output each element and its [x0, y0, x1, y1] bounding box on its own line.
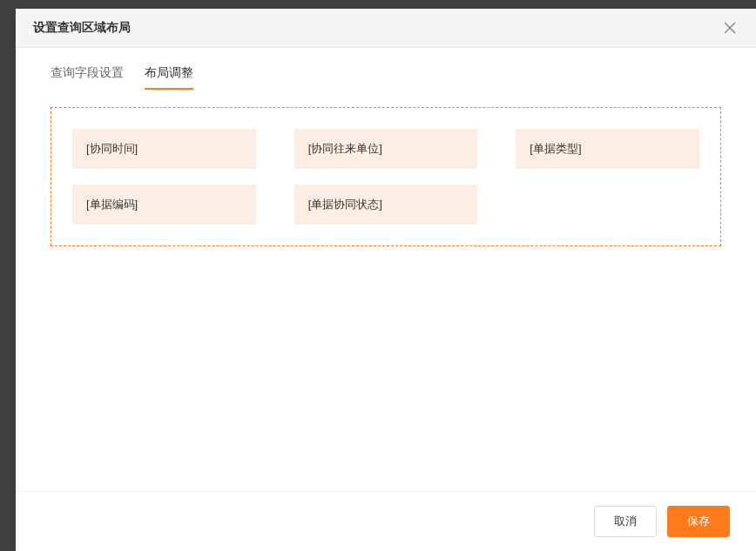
save-button[interactable]: 保存 [667, 506, 730, 537]
field-item[interactable]: [单据编码] [72, 185, 256, 225]
close-icon[interactable] [721, 19, 739, 37]
layout-drop-area[interactable]: [协同时间] [协同往来单位] [单据类型] [单据编码] [单据协同状态] [51, 107, 721, 246]
modal-dialog: 设置查询区域布局 查询字段设置 布局调整 [协同时间] [协同往来单位] [单据… [16, 9, 756, 551]
field-item[interactable]: [协同时间] [72, 129, 256, 169]
modal-body: 查询字段设置 布局调整 [协同时间] [协同往来单位] [单据类型] [单据编码… [16, 48, 756, 491]
field-item[interactable]: [单据协同状态] [294, 185, 478, 225]
field-item[interactable]: [协同往来单位] [294, 129, 478, 169]
tab-layout-adjust[interactable]: 布局调整 [145, 65, 193, 90]
modal-footer: 取消 保存 [16, 491, 756, 551]
layout-grid: [协同时间] [协同往来单位] [单据类型] [单据编码] [单据协同状态] [72, 129, 699, 225]
tabs: 查询字段设置 布局调整 [51, 65, 721, 90]
modal-title: 设置查询区域布局 [33, 20, 131, 36]
field-item[interactable]: [单据类型] [516, 129, 699, 169]
tab-query-field-settings[interactable]: 查询字段设置 [51, 65, 124, 90]
modal-header: 设置查询区域布局 [16, 9, 756, 48]
cancel-button[interactable]: 取消 [594, 506, 657, 537]
